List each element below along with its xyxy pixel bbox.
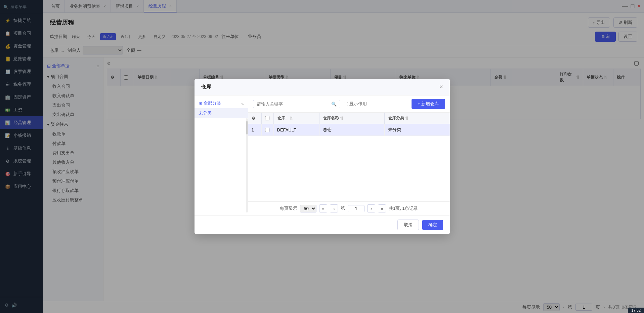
show-disabled-checkbox[interactable]: [344, 102, 348, 106]
modal-col-checkbox: [262, 113, 274, 124]
modal-title: 仓库: [201, 84, 211, 90]
modal-next-page-btn[interactable]: ›: [367, 204, 375, 212]
modal-cancel-btn[interactable]: 取消: [397, 220, 419, 230]
modal-left-collapse-icon[interactable]: «: [241, 101, 244, 106]
modal-row-category: 未分类: [385, 124, 449, 135]
modal-last-page-btn[interactable]: »: [378, 204, 386, 212]
modal-page-input[interactable]: [348, 205, 364, 212]
modal-left-panel: ⊞ 全部分类 « 未分类: [195, 95, 248, 215]
modal-table-row[interactable]: 1 DEFAULT 总仓 未分类: [248, 124, 450, 136]
modal-left-item-uncategorized[interactable]: 未分类: [195, 108, 248, 118]
modal-prev-page-btn[interactable]: ‹: [330, 204, 338, 212]
modal-per-page-label: 每页显示: [280, 205, 297, 211]
modal-search-icon: 🔍: [331, 102, 337, 107]
modal-total-info: 共1页, 1条记录: [389, 205, 418, 211]
modal-close-btn[interactable]: ×: [439, 83, 443, 90]
modal-col-code[interactable]: 仓库... ⇅: [274, 113, 320, 124]
modal-row-code: DEFAULT: [274, 124, 320, 135]
modal-row-check[interactable]: [265, 128, 269, 132]
modal-table-header: ⚙ 仓库... ⇅ 仓库名称 ⇅ 仓库分类: [248, 113, 450, 124]
modal-all-category[interactable]: ⊞ 全部分类 «: [195, 98, 248, 108]
modal-right-toolbar: 🔍 显示停用 + 新增仓库: [248, 95, 450, 113]
modal-search-box: 🔍: [253, 100, 340, 108]
modal-row-checkbox[interactable]: [262, 124, 274, 135]
modal-col-category[interactable]: 仓库分类 ⇅: [385, 113, 449, 124]
grid-icon-modal: ⊞: [199, 101, 202, 106]
modal-row-name: 总仓: [319, 124, 385, 135]
modal-row-settings: 1: [248, 124, 262, 135]
add-warehouse-btn[interactable]: + 新增仓库: [412, 99, 445, 109]
modal-table: ⚙ 仓库... ⇅ 仓库名称 ⇅ 仓库分类: [248, 113, 450, 201]
warehouse-modal: 仓库 × ⊞ 全部分类 « 未分类: [195, 79, 450, 234]
modal-page-label: 第: [341, 205, 345, 211]
modal-footer-actions: 取消 确定: [195, 215, 450, 234]
modal-overlay: 仓库 × ⊞ 全部分类 « 未分类: [0, 0, 644, 313]
show-disabled-label[interactable]: 显示停用: [344, 101, 367, 107]
modal-select-all[interactable]: [265, 116, 269, 120]
tray-time: 17:52: [631, 308, 641, 312]
modal-confirm-btn[interactable]: 确定: [422, 220, 443, 230]
modal-col-settings[interactable]: ⚙: [248, 113, 262, 124]
system-tray: 17:52: [628, 308, 644, 313]
modal-body: ⊞ 全部分类 « 未分类 🔍: [195, 95, 450, 215]
modal-first-page-btn[interactable]: «: [319, 204, 327, 212]
modal-pagination: 每页显示 50 « ‹ 第 › » 共1页, 1条记录: [248, 201, 450, 215]
modal-header: 仓库 ×: [195, 79, 450, 95]
modal-search-input[interactable]: [257, 102, 329, 107]
modal-col-name[interactable]: 仓库名称 ⇅: [319, 113, 385, 124]
modal-right-panel: 🔍 显示停用 + 新增仓库 ⚙: [248, 95, 450, 215]
modal-per-page-select[interactable]: 50: [300, 205, 316, 212]
